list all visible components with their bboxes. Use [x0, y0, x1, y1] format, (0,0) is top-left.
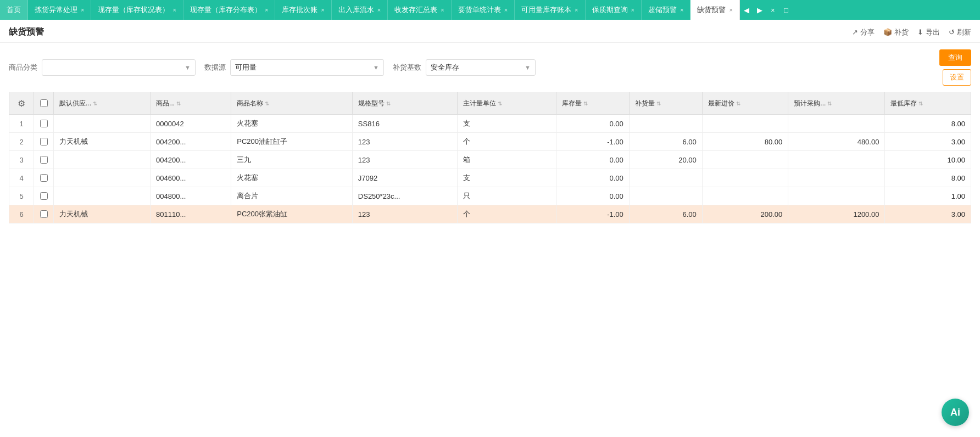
row-checkbox-1[interactable]	[34, 115, 54, 133]
row-unit-2: 个	[457, 133, 556, 151]
row-latest-price-4	[702, 169, 788, 187]
refresh-button[interactable]: ↺ 刷新	[949, 27, 971, 37]
th-product-name[interactable]: 商品名称 ⇅	[231, 92, 353, 115]
datasource-select[interactable]: 可用量 ▼	[230, 59, 384, 76]
row-est-purchase-3	[788, 151, 885, 169]
row-select-4[interactable]	[40, 174, 48, 182]
row-select-1[interactable]	[40, 120, 48, 127]
ai-assistant-badge[interactable]: Ai	[942, 399, 969, 426]
tab-inventory-dist[interactable]: 现存量（库存分布表） ×	[183, 0, 275, 20]
tab-close-in-out-flow[interactable]: ×	[377, 7, 381, 13]
row-select-2[interactable]	[40, 138, 48, 145]
tab-close-pick-anomaly[interactable]: ×	[81, 7, 84, 13]
row-name-6: PC200张紧油缸	[231, 205, 353, 223]
export-button[interactable]: ⬇ 导出	[917, 27, 940, 37]
replenish-value: 安全库存	[431, 63, 459, 72]
table-body: 1 0000042 火花塞 SS816 支 0.00 8.00 2 力天机械 0…	[9, 115, 971, 223]
settings-button[interactable]: 设置	[943, 69, 971, 86]
row-spec-3: 123	[352, 151, 457, 169]
tab-close-batch-account[interactable]: ×	[321, 7, 324, 13]
share-icon: ↗	[852, 28, 858, 36]
tab-req-stats[interactable]: 要货单统计表 ×	[452, 0, 515, 20]
tab-close-all-btn[interactable]: ×	[766, 0, 779, 20]
replenish-select[interactable]: 安全库存 ▼	[426, 59, 536, 76]
table-row: 4 004600... 火花塞 J7092 支 0.00 8.00	[9, 169, 971, 187]
tab-recv-summary[interactable]: 收发存汇总表 ×	[388, 0, 451, 20]
table-row: 6 力天机械 801110... PC200张紧油缸 123 个 -1.00 6…	[9, 205, 971, 223]
tab-pick-anomaly[interactable]: 拣货异常处理 ×	[28, 0, 91, 20]
row-latest-price-5	[702, 187, 788, 205]
row-est-purchase-2: 480.00	[788, 133, 885, 151]
row-replenish-2: 6.00	[629, 133, 702, 151]
row-min-stock-1: 8.00	[885, 115, 971, 133]
tab-expiry-query[interactable]: 保质期查询 ×	[586, 0, 642, 20]
row-num-3: 3	[9, 151, 34, 169]
replenish-button[interactable]: 📦 补货	[883, 27, 909, 37]
th-min-stock[interactable]: 最低库存 ⇅	[885, 92, 971, 115]
row-checkbox-4[interactable]	[34, 169, 54, 187]
row-est-purchase-1	[788, 115, 885, 133]
tab-in-out-flow[interactable]: 出入库流水 ×	[332, 0, 388, 20]
datasource-dropdown-icon: ▼	[373, 64, 379, 71]
th-spec[interactable]: 规格型号 ⇅	[352, 92, 457, 115]
tab-home[interactable]: 首页	[0, 0, 28, 20]
tab-batch-account[interactable]: 库存批次账 ×	[275, 0, 331, 20]
tab-bar: 首页 拣货异常处理 × 现存量（库存状况表） × 现存量（库存分布表） × 库存…	[0, 0, 980, 20]
th-unit[interactable]: 主计量单位 ⇅	[457, 92, 556, 115]
row-select-5[interactable]	[40, 192, 48, 200]
tab-close-inventory-status[interactable]: ×	[172, 7, 176, 13]
tab-available-ledger[interactable]: 可用量库存账本 ×	[515, 0, 585, 20]
row-est-purchase-4	[788, 169, 885, 187]
tab-close-expiry-query[interactable]: ×	[631, 7, 634, 13]
query-button[interactable]: 查询	[939, 49, 971, 66]
row-select-6[interactable]	[40, 210, 48, 218]
tab-next-btn[interactable]: ▶	[753, 0, 766, 20]
row-code-2: 004200...	[151, 133, 231, 151]
row-checkbox-5[interactable]	[34, 187, 54, 205]
tab-inventory-status[interactable]: 现存量（库存状况表） ×	[91, 0, 183, 20]
th-latest-price[interactable]: 最新进价 ⇅	[702, 92, 788, 115]
row-spec-2: 123	[352, 133, 457, 151]
row-name-1: 火花塞	[231, 115, 353, 133]
header-actions: ↗ 分享 📦 补货 ⬇ 导出 ↺ 刷新	[852, 27, 971, 37]
row-code-1: 0000042	[151, 115, 231, 133]
filter-right-buttons: 查询 设置	[939, 49, 971, 86]
row-spec-4: J7092	[352, 169, 457, 187]
row-name-3: 三九	[231, 151, 353, 169]
share-button[interactable]: ↗ 分享	[852, 27, 875, 37]
row-select-3[interactable]	[40, 156, 48, 164]
category-select[interactable]: ▼	[42, 59, 196, 76]
row-stock-1: 0.00	[556, 115, 629, 133]
select-all-checkbox[interactable]	[40, 99, 48, 107]
th-est-purchase[interactable]: 预计采购... ⇅	[788, 92, 885, 115]
tab-close-req-stats[interactable]: ×	[504, 7, 508, 13]
tab-shortage[interactable]: 缺货预警 ×	[691, 0, 739, 20]
row-supplier-3	[54, 151, 151, 169]
tab-overstock[interactable]: 超储预警 ×	[642, 0, 691, 20]
column-settings-icon[interactable]: ⚙	[15, 97, 28, 110]
th-stock[interactable]: 库存量 ⇅	[556, 92, 629, 115]
tab-close-inventory-dist[interactable]: ×	[265, 7, 268, 13]
row-name-2: PC200油缸缸子	[231, 133, 353, 151]
sort-icon-name: ⇅	[265, 100, 269, 107]
tab-close-overstock[interactable]: ×	[680, 7, 683, 13]
row-stock-5: 0.00	[556, 187, 629, 205]
replenish-icon: 📦	[883, 28, 892, 36]
th-replenish-qty[interactable]: 补货量 ⇅	[629, 92, 702, 115]
row-replenish-4	[629, 169, 702, 187]
th-product-code[interactable]: 商品... ⇅	[151, 92, 231, 115]
row-checkbox-6[interactable]	[34, 205, 54, 223]
replenish-dropdown-icon: ▼	[525, 64, 531, 71]
tab-prev-btn[interactable]: ◀	[740, 0, 753, 20]
row-stock-2: -1.00	[556, 133, 629, 151]
row-checkbox-3[interactable]	[34, 151, 54, 169]
tab-close-available-ledger[interactable]: ×	[575, 7, 578, 13]
row-checkbox-2[interactable]	[34, 133, 54, 151]
tab-close-shortage[interactable]: ×	[729, 7, 732, 13]
th-default-supplier[interactable]: 默认供应... ⇅	[54, 92, 151, 115]
tab-close-recv-summary[interactable]: ×	[441, 7, 444, 13]
refresh-icon: ↺	[949, 28, 955, 36]
tab-maximize-btn[interactable]: □	[779, 0, 793, 20]
row-num-1: 1	[9, 115, 34, 133]
sort-icon-code: ⇅	[176, 100, 181, 107]
